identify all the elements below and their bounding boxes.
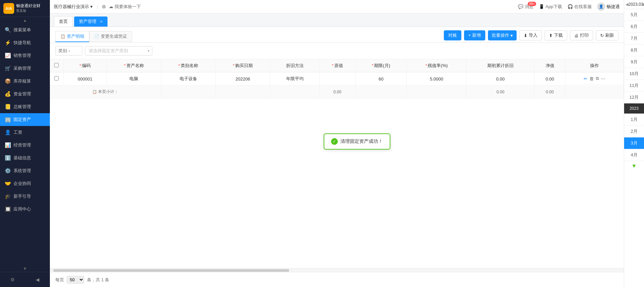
sidebar-item-search[interactable]: 🔍 搜索菜单 xyxy=(0,24,50,36)
scroll-up-arrow[interactable]: ▲ xyxy=(0,17,50,24)
sidebar-item-label: 系统管理 xyxy=(13,168,31,174)
asset-detail-icon: 📋 xyxy=(60,34,65,39)
cal-month-3[interactable]: 3月 xyxy=(624,137,644,149)
new-btn[interactable]: + 新增 xyxy=(464,30,485,40)
select-all-checkbox[interactable] xyxy=(54,63,59,67)
delete-icon[interactable]: 🗑 xyxy=(589,76,594,81)
sidebar-item-basic[interactable]: ℹ️ 基础信息 xyxy=(0,152,50,164)
sidebar-item-apps[interactable]: 🔲 应用中心 xyxy=(0,203,50,216)
basic-icon: ℹ️ xyxy=(5,155,11,161)
cal-month-2[interactable]: 2月 xyxy=(624,126,644,137)
tab-home[interactable]: 首页 xyxy=(54,16,73,27)
print-btn[interactable]: 🖨 打印 xyxy=(570,30,593,40)
tab-assets[interactable]: 资产管理 ✕ xyxy=(74,17,108,27)
subtab-voucher[interactable]: 📄 变更生成凭证 xyxy=(89,31,132,42)
search-icon: 🔍 xyxy=(5,27,11,33)
row-checkbox-cell[interactable] xyxy=(50,72,63,86)
cal-month-5[interactable]: 5月 xyxy=(624,9,644,21)
app-download-btn[interactable]: 📱 App下载 xyxy=(539,4,562,10)
sidebar-item-system[interactable]: ⚙️ 系统管理 xyxy=(0,164,50,177)
sidebar-item-assets[interactable]: 🏢 固定资产 xyxy=(0,113,50,126)
import-btn[interactable]: ⬇ 导入 xyxy=(519,30,542,40)
col-purchase-date: *购买日期 xyxy=(216,59,270,72)
per-page-select[interactable]: 50 20 100 xyxy=(67,276,84,284)
per-page-label: 每页 xyxy=(55,277,64,283)
sidebar-item-purchase[interactable]: 🛒 采购管理 xyxy=(0,62,50,75)
copy-icon[interactable]: ⧉ xyxy=(596,76,599,81)
message-btn[interactable]: 💬 消息 99+ xyxy=(518,4,533,10)
customer-service-btn[interactable]: 🎧 在线客服 xyxy=(568,4,592,10)
sidebar-item-label: 库存核算 xyxy=(13,78,31,84)
reconcile-btn[interactable]: 对账 xyxy=(444,30,461,40)
sidebar-item-quicknav[interactable]: ⚡ 快捷导航 xyxy=(0,36,50,49)
experience-label: 我要体验一下 xyxy=(115,4,141,10)
settings-icon[interactable]: ⚙ xyxy=(8,275,17,284)
assets-icon: 🏢 xyxy=(5,117,11,123)
category-select[interactable]: 类别 ▾ xyxy=(55,46,82,56)
user-menu[interactable]: 👤 畅捷通 xyxy=(597,3,620,11)
topbar-divider: | xyxy=(97,4,98,9)
cal-month-9[interactable]: 9月 xyxy=(624,56,644,68)
sidebar-item-label: 基础信息 xyxy=(13,155,31,161)
assets-table: *编码 *资产名称 *类别名称 *购买日期 折旧方法 *原值 *期限(月) *残… xyxy=(50,59,624,98)
message-icon: 💬 xyxy=(518,4,523,9)
col-residual-rate: *残值率(%) xyxy=(407,59,466,72)
placeholder-text: 请选择固定资产类别 xyxy=(89,48,128,53)
funds-icon: 💰 xyxy=(5,91,11,97)
edit-icon[interactable]: ✏ xyxy=(584,76,587,81)
sidebar-item-ledger[interactable]: 📒 总账管理 xyxy=(0,100,50,113)
cal-month-11[interactable]: 11月 xyxy=(624,80,644,92)
sales-icon: 📈 xyxy=(5,53,11,59)
sidebar-item-label: 总账管理 xyxy=(13,104,31,110)
sidebar-item-operations[interactable]: 📊 经营管理 xyxy=(0,139,50,152)
col-original-value: *原值 xyxy=(319,59,355,72)
cal-month-12[interactable]: 12月 xyxy=(624,92,644,103)
cal-header: 2023.03 xyxy=(628,2,643,7)
cal-month-10[interactable]: 10月 xyxy=(624,68,644,80)
sidebar-item-label: 固定资产 xyxy=(13,117,31,123)
collapse-icon[interactable]: ◀ xyxy=(34,275,41,284)
cal-month-4[interactable]: 4月 xyxy=(624,149,644,161)
filter-bar: 类别 ▾ 请选择固定资产类别 ▾ xyxy=(50,43,624,59)
cal-month-6[interactable]: 6月 xyxy=(624,21,644,33)
subtotal-initial-depreciation: 0.00 xyxy=(466,86,534,98)
col-initial-depreciation: 期初累计折旧 xyxy=(466,59,534,72)
category-placeholder[interactable]: 请选择固定资产类别 xyxy=(85,46,152,56)
apps-icon: 🔲 xyxy=(5,206,11,212)
sidebar-item-label: 资金管理 xyxy=(13,91,31,97)
refresh-btn[interactable]: ↻ 刷新 xyxy=(596,30,618,40)
download-label: 下载 xyxy=(554,32,563,38)
batch-btn[interactable]: 批量操作 ▾ xyxy=(488,30,517,40)
sidebar-item-inventory[interactable]: 📦 库存核算 xyxy=(0,75,50,88)
subtab-label: 资产明细 xyxy=(67,33,84,39)
sidebar-item-cooperation[interactable]: 🤝 企业协同 xyxy=(0,177,50,190)
experience-btn[interactable]: ☁ 我要体验一下 xyxy=(109,4,141,10)
row-category: 电子设备 xyxy=(161,72,216,86)
row-checkbox[interactable] xyxy=(54,76,59,81)
cal-month-8[interactable]: 8月 xyxy=(624,44,644,56)
sidebar-logo: AtA 畅捷通好业财 普及版 xyxy=(0,0,50,17)
download-btn[interactable]: ⬆ 下载 xyxy=(545,30,567,40)
print-icon: 🖨 xyxy=(574,33,579,38)
calendar-panel: ◀ 2023.03 ▶ 5月 6月 7月 8月 9月 10月 11月 12月 2… xyxy=(624,0,644,287)
company-selector[interactable]: 医疗器械行业演示 ▾ xyxy=(54,4,93,10)
sidebar-item-guide[interactable]: 🎓 新手引导 xyxy=(0,190,50,203)
scrollbar-thumb[interactable] xyxy=(53,269,289,272)
subtab-asset-detail[interactable]: 📋 资产明细 xyxy=(55,31,89,42)
scroll-down-arrow[interactable]: ▼ xyxy=(0,265,50,272)
col-period: *期限(月) xyxy=(355,59,406,72)
sidebar-item-salary[interactable]: 👤 工资 xyxy=(0,126,50,139)
sidebar-item-funds[interactable]: 💰 资金管理 xyxy=(0,88,50,100)
cal-month-7[interactable]: 7月 xyxy=(624,33,644,44)
settings-gear-icon[interactable]: ⚙ xyxy=(102,4,106,9)
cal-year-label: 2023 xyxy=(624,103,644,114)
scrollbar-area[interactable] xyxy=(50,268,624,272)
sidebar-item-sales[interactable]: 📈 销售管理 xyxy=(0,49,50,62)
cal-nav-down[interactable]: ▼ xyxy=(624,161,644,171)
cal-month-1[interactable]: 1月 xyxy=(624,114,644,126)
purchase-icon: 🛒 xyxy=(5,65,11,71)
more-icon[interactable]: ⋯ xyxy=(601,76,605,81)
cal-prev-icon[interactable]: ◀ xyxy=(625,2,628,7)
tab-close-icon[interactable]: ✕ xyxy=(100,20,103,24)
tab-home-label: 首页 xyxy=(59,19,68,24)
